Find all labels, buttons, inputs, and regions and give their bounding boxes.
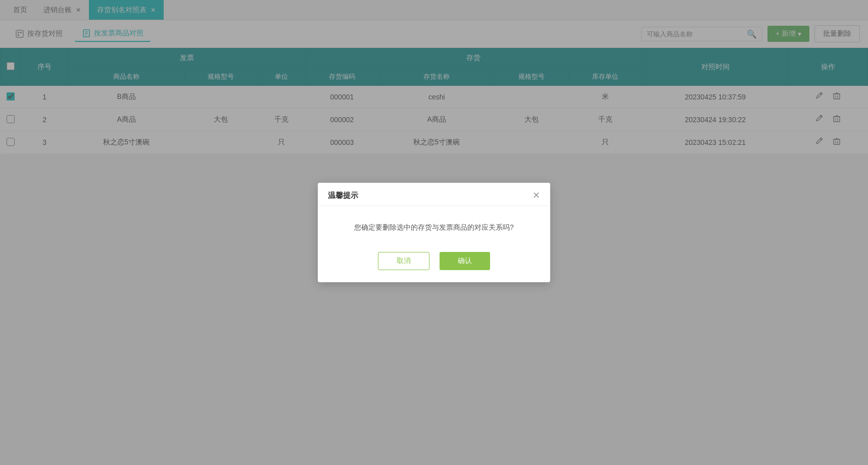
page-content: 按存货对照 按发票商品对照 🔍 + 新增 ▾ 批量删除	[0, 20, 868, 154]
overlay: 温馨提示 ✕ 您确定要删除选中的存货与发票商品的对应关系吗? 取消 确认	[0, 0, 868, 154]
